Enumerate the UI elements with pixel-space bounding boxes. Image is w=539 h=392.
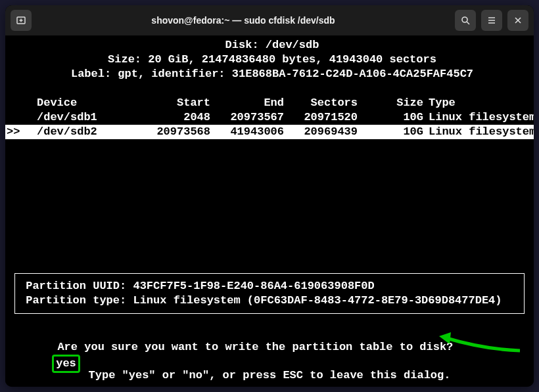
col-start: Start [141,96,214,110]
table-row-selected: >> /dev/sdb2 20973568 41943006 20969439 … [5,125,534,139]
prompt-question: Are you sure you want to write the parti… [51,341,453,353]
window-title: shovon@fedora:~ — sudo cfdisk /dev/sdb [37,15,450,26]
partition-info-box: Partition UUID: 43FCF7F5-1F98-E240-86A4-… [14,273,525,314]
col-device: Device [35,96,141,110]
svg-line-4 [467,22,469,24]
disk-label: Label: gpt, identifier: 31E868BA-7612-C2… [5,67,534,81]
column-headers: Device Start End Sectors Size Type [5,96,534,110]
terminal-body[interactable]: Disk: /dev/sdb Size: 20 GiB, 21474836480… [5,35,534,387]
svg-point-3 [462,17,467,22]
disk-size: Size: 20 GiB, 21474836480 bytes, 4194304… [5,53,534,67]
col-end: End [214,96,288,110]
col-type: Type [427,96,534,110]
col-size: Size [362,96,427,110]
menu-button[interactable] [481,10,502,31]
table-row: /dev/sdb1 2048 20973567 20971520 10G Lin… [5,110,534,125]
selection-marker: >> [5,125,35,139]
disk-header: Disk: /dev/sdb [5,35,534,53]
close-button[interactable] [507,10,528,31]
terminal-window: shovon@fedora:~ — sudo cfdisk /dev/sdb D… [5,5,534,387]
partition-type: Partition type: Linux filesystem (0FC63D… [19,294,520,308]
dialog-hint: Type "yes" or "no", or press ESC to leav… [5,368,534,383]
row-device: /dev/sdb1 [35,110,141,125]
partition-uuid: Partition UUID: 43FCF7F5-1F98-E240-86A4-… [19,279,520,294]
search-button[interactable] [455,10,476,31]
col-sectors: Sectors [288,96,362,110]
blank-line [5,81,534,96]
row-device: /dev/sdb2 [35,125,141,139]
titlebar: shovon@fedora:~ — sudo cfdisk /dev/sdb [5,5,534,35]
new-tab-button[interactable] [11,10,32,31]
